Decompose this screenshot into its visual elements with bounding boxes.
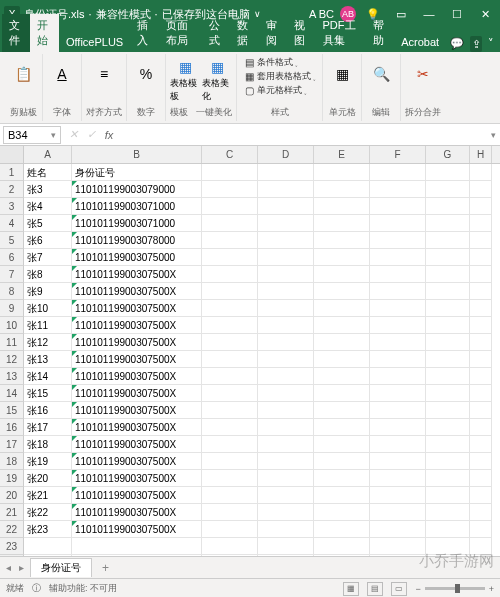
cell[interactable]: 姓名 bbox=[24, 164, 72, 181]
cell[interactable]: 11010119900307500X bbox=[72, 453, 202, 470]
ribbon-collapse-icon[interactable]: ˅ bbox=[484, 35, 498, 52]
cell[interactable] bbox=[470, 487, 492, 504]
row-header[interactable]: 17 bbox=[0, 436, 24, 453]
cell[interactable] bbox=[314, 351, 370, 368]
cell[interactable]: 张14 bbox=[24, 368, 72, 385]
cell[interactable] bbox=[314, 402, 370, 419]
select-all-corner[interactable] bbox=[0, 146, 24, 163]
tab-insert[interactable]: 插入 bbox=[130, 14, 158, 52]
cell[interactable]: 张16 bbox=[24, 402, 72, 419]
comments-icon[interactable]: 💬 bbox=[446, 35, 468, 52]
cell[interactable] bbox=[202, 351, 258, 368]
cell[interactable] bbox=[370, 402, 426, 419]
cancel-fx-icon[interactable]: ✕ bbox=[64, 128, 82, 141]
cell[interactable]: 张23 bbox=[24, 521, 72, 538]
page-break-button[interactable]: ▭ bbox=[391, 582, 407, 596]
cell[interactable] bbox=[314, 470, 370, 487]
cell[interactable] bbox=[370, 164, 426, 181]
row-header[interactable]: 16 bbox=[0, 419, 24, 436]
cell[interactable] bbox=[426, 317, 470, 334]
tab-officeplus[interactable]: OfficePLUS bbox=[59, 32, 130, 52]
table-beautify-button[interactable]: ▦表格美化 bbox=[202, 63, 232, 99]
cell[interactable] bbox=[202, 504, 258, 521]
cell[interactable] bbox=[370, 521, 426, 538]
cell[interactable] bbox=[470, 300, 492, 317]
cell[interactable] bbox=[426, 198, 470, 215]
cell[interactable] bbox=[426, 249, 470, 266]
cell[interactable] bbox=[202, 317, 258, 334]
cell[interactable] bbox=[370, 538, 426, 555]
cell[interactable] bbox=[202, 470, 258, 487]
cell[interactable] bbox=[314, 504, 370, 521]
align-button[interactable]: ≡ bbox=[89, 56, 119, 92]
cell[interactable] bbox=[426, 419, 470, 436]
col-header-D[interactable]: D bbox=[258, 146, 314, 163]
cell[interactable] bbox=[24, 555, 72, 556]
share-button[interactable]: ⇪ bbox=[470, 36, 482, 52]
row-header[interactable]: 1 bbox=[0, 164, 24, 181]
cell[interactable] bbox=[426, 300, 470, 317]
cell[interactable] bbox=[314, 249, 370, 266]
row-header[interactable]: 15 bbox=[0, 402, 24, 419]
cell[interactable] bbox=[370, 368, 426, 385]
cell[interactable] bbox=[314, 283, 370, 300]
cell[interactable] bbox=[258, 538, 314, 555]
cell[interactable]: 11010119900307500X bbox=[72, 317, 202, 334]
cell[interactable] bbox=[258, 164, 314, 181]
cell[interactable] bbox=[426, 504, 470, 521]
cell[interactable]: 张3 bbox=[24, 181, 72, 198]
cell[interactable] bbox=[314, 300, 370, 317]
cell[interactable] bbox=[258, 402, 314, 419]
col-header-A[interactable]: A bbox=[24, 146, 72, 163]
zoom-control[interactable]: − + bbox=[415, 584, 494, 594]
tab-data[interactable]: 数据 bbox=[230, 14, 258, 52]
row-header[interactable]: 13 bbox=[0, 368, 24, 385]
name-box[interactable]: B34▾ bbox=[3, 126, 61, 144]
cell[interactable] bbox=[314, 436, 370, 453]
cell[interactable] bbox=[202, 402, 258, 419]
cell[interactable] bbox=[470, 283, 492, 300]
page-layout-button[interactable]: ▤ bbox=[367, 582, 383, 596]
cell[interactable]: 11010119900307500X bbox=[72, 385, 202, 402]
cell[interactable] bbox=[470, 249, 492, 266]
cell[interactable]: 张22 bbox=[24, 504, 72, 521]
row-header[interactable]: 12 bbox=[0, 351, 24, 368]
row-header[interactable]: 21 bbox=[0, 504, 24, 521]
cell[interactable] bbox=[202, 538, 258, 555]
name-box-chevron-icon[interactable]: ▾ bbox=[51, 130, 56, 140]
font-button[interactable]: A bbox=[47, 56, 77, 92]
tab-review[interactable]: 审阅 bbox=[259, 14, 287, 52]
cell[interactable] bbox=[258, 266, 314, 283]
cell[interactable] bbox=[470, 419, 492, 436]
cell[interactable] bbox=[202, 164, 258, 181]
cell[interactable]: 张18 bbox=[24, 436, 72, 453]
zoom-out-button[interactable]: − bbox=[415, 584, 420, 594]
cell[interactable] bbox=[470, 453, 492, 470]
cell[interactable]: 张21 bbox=[24, 487, 72, 504]
cell[interactable] bbox=[426, 232, 470, 249]
cell[interactable] bbox=[314, 232, 370, 249]
cell[interactable] bbox=[314, 317, 370, 334]
number-button[interactable]: % bbox=[131, 56, 161, 92]
row-header[interactable]: 6 bbox=[0, 249, 24, 266]
cell[interactable] bbox=[426, 351, 470, 368]
cell[interactable] bbox=[426, 470, 470, 487]
row-header[interactable]: 20 bbox=[0, 487, 24, 504]
cell[interactable]: 11010119900307500X bbox=[72, 283, 202, 300]
row-header[interactable]: 3 bbox=[0, 198, 24, 215]
row-header[interactable]: 5 bbox=[0, 232, 24, 249]
cell[interactable] bbox=[202, 215, 258, 232]
cell[interactable]: 张10 bbox=[24, 300, 72, 317]
cell[interactable] bbox=[202, 487, 258, 504]
cell[interactable] bbox=[370, 300, 426, 317]
cell[interactable] bbox=[314, 521, 370, 538]
cell[interactable]: 张19 bbox=[24, 453, 72, 470]
cell[interactable] bbox=[314, 266, 370, 283]
apply-table-button[interactable]: ▦套用表格格式˯ bbox=[241, 70, 318, 83]
cell[interactable] bbox=[258, 317, 314, 334]
col-header-B[interactable]: B bbox=[72, 146, 202, 163]
cell[interactable] bbox=[470, 470, 492, 487]
cell[interactable] bbox=[370, 232, 426, 249]
cell[interactable] bbox=[370, 249, 426, 266]
col-header-E[interactable]: E bbox=[314, 146, 370, 163]
